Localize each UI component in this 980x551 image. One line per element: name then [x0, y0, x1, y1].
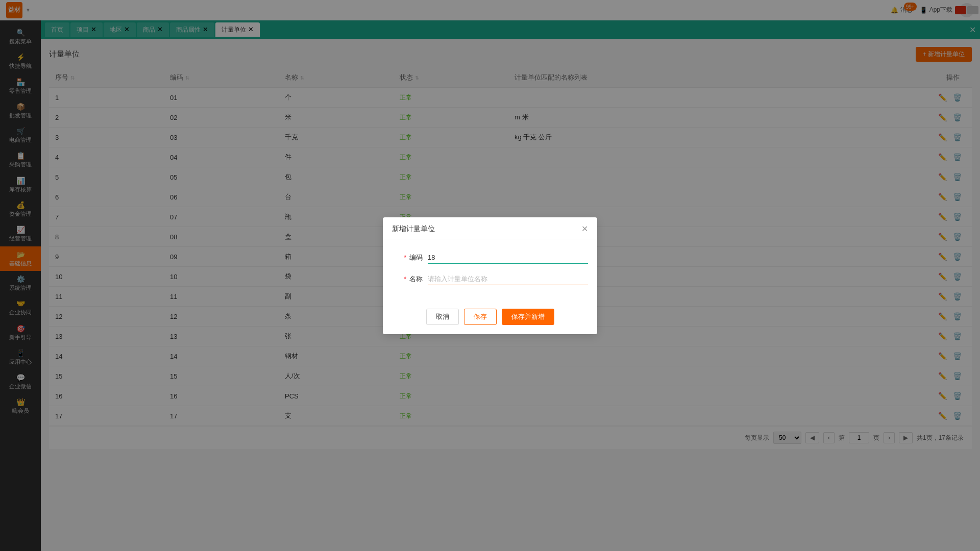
code-input[interactable] [428, 252, 588, 264]
modal-title: 新增计量单位 [392, 224, 435, 234]
save-and-new-button[interactable]: 保存并新增 [502, 309, 554, 325]
modal-footer: 取消 保存 保存并新增 [383, 303, 597, 334]
cancel-button[interactable]: 取消 [426, 309, 459, 325]
add-unit-modal: 新增计量单位 ✕ * 编码 * 名称 取消 保存 保存并新增 [383, 217, 597, 334]
code-required-mark: * [404, 254, 406, 261]
name-label: * 名称 [392, 274, 423, 284]
name-input[interactable] [428, 273, 588, 285]
modal-overlay: 新增计量单位 ✕ * 编码 * 名称 取消 保存 保存并新增 [0, 0, 980, 551]
name-required-mark: * [404, 275, 406, 283]
modal-header: 新增计量单位 ✕ [383, 217, 597, 239]
code-label-text: 编码 [409, 254, 423, 261]
name-form-row: * 名称 [392, 273, 588, 285]
name-label-text: 名称 [409, 275, 423, 283]
code-label: * 编码 [392, 253, 423, 262]
code-form-row: * 编码 [392, 252, 588, 264]
save-button[interactable]: 保存 [464, 309, 497, 325]
modal-body: * 编码 * 名称 [383, 239, 597, 303]
modal-close-button[interactable]: ✕ [581, 225, 588, 233]
